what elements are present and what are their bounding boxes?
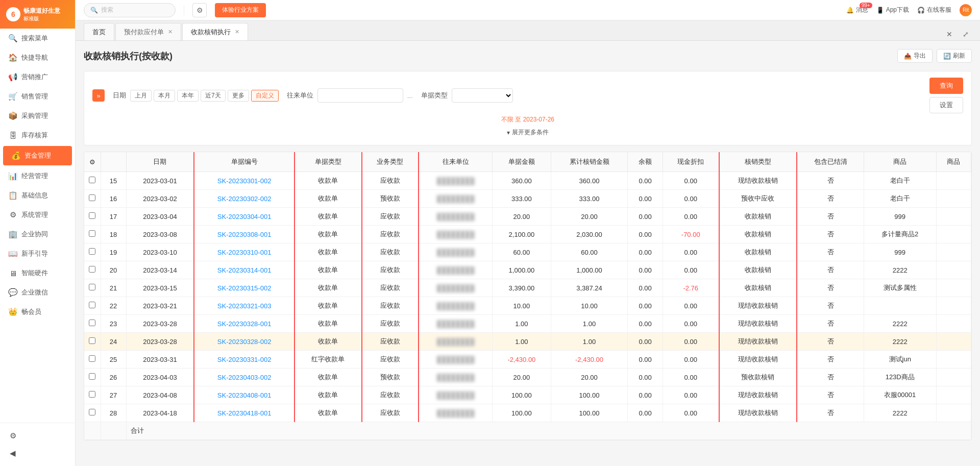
settings-button[interactable]: ⚙ — [192, 3, 207, 17]
table-row: 26 2023-04-03 SK-20230403-002 收款单 预收款 ██… — [84, 369, 971, 386]
tab-prepayment-close[interactable]: ✕ — [168, 29, 173, 35]
tab-close-btn[interactable]: ✕ — [943, 28, 955, 40]
tab-prepayment[interactable]: 预付款应付单 ✕ — [115, 23, 181, 40]
cell-doc-no[interactable]: SK-20230310-001 — [194, 243, 294, 261]
cell-no: 23 — [101, 315, 126, 333]
cell-checkbox[interactable] — [84, 404, 101, 422]
filter-row-2: ▾ 展开更多条件 — [92, 124, 963, 139]
sidebar-item-operations[interactable]: 📊 经营管理 — [0, 166, 75, 186]
cell-doc-no[interactable]: SK-20230418-001 — [194, 404, 294, 422]
sidebar-item-system[interactable]: ⚙ 系统管理 — [0, 205, 75, 225]
cell-checkbox[interactable] — [84, 297, 101, 315]
expand-conditions-btn[interactable]: ▾ 展开更多条件 — [507, 126, 549, 139]
sidebar-item-guide[interactable]: 📖 新手引导 — [0, 244, 75, 263]
sidebar-item-marketing[interactable]: 📢 营销推广 — [0, 67, 75, 87]
refresh-button[interactable]: 🔄 刷新 — [937, 49, 972, 63]
cell-doc-no[interactable]: SK-20230315-002 — [194, 279, 294, 297]
app-download-btn[interactable]: 📱 App下载 — [876, 6, 909, 14]
cell-biz-type: 应收款 — [362, 386, 419, 404]
query-button[interactable]: 查询 — [929, 78, 963, 94]
search-box[interactable]: 🔍 搜索 — [84, 3, 176, 17]
gear-icon: ⚙ — [8, 431, 17, 440]
col-header-settings[interactable]: ⚙ — [84, 152, 101, 172]
cell-checkbox[interactable] — [84, 333, 101, 351]
cell-date: 2023-03-28 — [126, 333, 194, 351]
filter-settings-button[interactable]: 设置 — [929, 97, 963, 113]
filter-toggle[interactable]: » — [92, 89, 105, 102]
partner-input[interactable] — [317, 88, 403, 103]
cell-doc-no[interactable]: SK-20230301-002 — [194, 172, 294, 190]
cell-checkbox[interactable] — [84, 261, 101, 279]
online-service-btn[interactable]: 🎧 在线客服 — [917, 6, 951, 14]
cell-doc-no[interactable]: SK-20230314-001 — [194, 261, 294, 279]
date-this-year[interactable]: 本年 — [177, 90, 199, 102]
topnav-right: 🔔 消息 99+ 📱 App下载 🎧 在线客服 Rit — [846, 4, 972, 16]
date-last-month[interactable]: 上月 — [130, 90, 152, 102]
search-icon: 🔍 — [8, 34, 17, 43]
sidebar-item-inventory[interactable]: 🗄 库存核算 — [0, 126, 75, 145]
cell-checkbox[interactable] — [84, 315, 101, 333]
cell-checkbox[interactable] — [84, 172, 101, 190]
export-button[interactable]: 📤 导出 — [897, 49, 933, 63]
cell-verify-type: 收款核销 — [719, 261, 797, 279]
column-settings-icon[interactable]: ⚙ — [89, 158, 95, 166]
sidebar-label-enterprise: 企业协同 — [21, 230, 48, 239]
tab-verify-close[interactable]: ✕ — [235, 29, 239, 35]
doctype-select[interactable] — [452, 88, 513, 103]
sidebar-item-quick-nav[interactable]: 🏠 快捷导航 — [0, 48, 75, 67]
cell-doc-no[interactable]: SK-20230403-002 — [194, 369, 294, 386]
cell-doc-no[interactable]: SK-20230304-001 — [194, 208, 294, 226]
sidebar-item-hardware[interactable]: 🖥 智能硬件 — [0, 263, 75, 283]
sidebar-item-vip[interactable]: 👑 畅会员 — [0, 302, 75, 322]
wechat-icon: 💬 — [8, 288, 17, 297]
user-menu[interactable]: Rit — [960, 4, 972, 16]
sidebar-item-settings-bottom[interactable]: ⚙ — [0, 427, 75, 445]
cell-doc-type: 收款单 — [295, 261, 362, 279]
cell-doc-no[interactable]: SK-20230308-001 — [194, 226, 294, 243]
cell-checkbox[interactable] — [84, 386, 101, 404]
solution-btn[interactable]: 体验行业方案 — [215, 3, 266, 17]
cell-doc-no[interactable]: SK-20230328-002 — [194, 333, 294, 351]
cell-doc-no[interactable]: SK-20230302-002 — [194, 190, 294, 208]
sidebar-item-sales[interactable]: 🛒 销售管理 — [0, 87, 75, 106]
date-custom[interactable]: 自定义 — [251, 90, 279, 102]
cell-cash-discount: 0.00 — [663, 190, 719, 208]
cell-verify-type: 现结收款核销 — [719, 333, 797, 351]
date-this-month[interactable]: 本月 — [154, 90, 175, 102]
cell-checkbox[interactable] — [84, 243, 101, 261]
col-header-balance: 余额 — [628, 152, 663, 172]
cell-cash-discount: 0.00 — [663, 404, 719, 422]
sidebar-item-basics[interactable]: 📋 基础信息 — [0, 186, 75, 205]
system-icon: ⚙ — [8, 210, 17, 219]
cell-checkbox[interactable] — [84, 226, 101, 243]
cell-date: 2023-03-14 — [126, 261, 194, 279]
sidebar-item-collapse[interactable]: ◀ — [0, 445, 75, 462]
cell-doc-no[interactable]: SK-20230331-002 — [194, 351, 294, 369]
partner-dots[interactable]: ... — [407, 92, 413, 100]
cell-checkbox[interactable] — [84, 351, 101, 369]
page-title: 收款核销执行(按收款) — [84, 50, 173, 62]
cell-checkbox[interactable] — [84, 279, 101, 297]
cell-checkbox[interactable] — [84, 369, 101, 386]
sidebar-item-search[interactable]: 🔍 搜索菜单 — [0, 29, 75, 48]
cell-amount: 3,390.00 — [493, 279, 551, 297]
cell-doc-no[interactable]: SK-20230408-001 — [194, 386, 294, 404]
notification-btn[interactable]: 🔔 消息 99+ — [846, 6, 868, 14]
vip-icon: 👑 — [8, 307, 17, 316]
col-header-biz-type: 业务类型 — [362, 152, 419, 172]
cell-balance: 0.00 — [628, 261, 663, 279]
sidebar-item-wechat[interactable]: 💬 企业微信 — [0, 283, 75, 302]
sidebar-item-enterprise[interactable]: 🏢 企业协同 — [0, 225, 75, 244]
date-last-7days[interactable]: 近7天 — [201, 90, 226, 102]
cell-doc-no[interactable]: SK-20230328-001 — [194, 315, 294, 333]
cell-balance: 0.00 — [628, 172, 663, 190]
sidebar-item-purchase[interactable]: 📦 采购管理 — [0, 106, 75, 126]
tab-expand-btn[interactable]: ⤢ — [960, 28, 972, 40]
tab-verify[interactable]: 收款核销执行 ✕ — [182, 23, 248, 40]
cell-doc-no[interactable]: SK-20230321-003 — [194, 297, 294, 315]
cell-checkbox[interactable] — [84, 190, 101, 208]
sidebar-item-finance[interactable]: 💰 资金管理 — [3, 146, 72, 165]
tab-home[interactable]: 首页 — [84, 23, 114, 40]
cell-checkbox[interactable] — [84, 208, 101, 226]
date-more[interactable]: 更多 — [228, 90, 249, 102]
